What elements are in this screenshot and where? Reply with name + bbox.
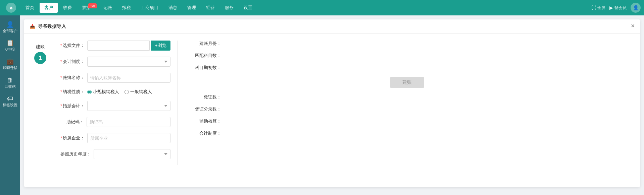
accountant-label: *指派会计： xyxy=(60,103,85,109)
build-month-label: 建账月份： xyxy=(194,41,221,47)
reference-year-row: 参照历史年度： xyxy=(60,149,170,159)
tax-type-small-radio[interactable] xyxy=(87,90,92,94)
dialog-header: 📥 导爷数据导入 × xyxy=(24,19,640,34)
tax-type-small-label: 小规模纳税人 xyxy=(93,89,119,95)
ledger-name-label: *账簿名称： xyxy=(60,75,85,81)
recycle-icon: 🗑 xyxy=(7,77,13,83)
required-star: * xyxy=(60,43,62,48)
step-circle: 1 xyxy=(34,52,46,64)
nav-badge-new: new xyxy=(88,3,97,8)
info-section: 建账月份： 匹配科目数： 科目期初数： 建账 xyxy=(184,41,630,165)
vip-icon: ▶ xyxy=(609,5,613,10)
sidebar-item-label-recycle: 回收站 xyxy=(5,84,16,89)
accounting-system-label: *会计制度： xyxy=(60,59,85,65)
fullscreen-icon: ⛶ xyxy=(591,5,596,10)
required-star-5: * xyxy=(60,103,62,108)
tax-type-general-option[interactable]: 一般纳税人 xyxy=(125,89,152,95)
required-star-3: * xyxy=(60,75,62,80)
ledger-name-row: *账簿名称： xyxy=(60,73,170,83)
sidebar-item-label-account-migration: 账套迁移 xyxy=(3,66,17,70)
tax-type-general-radio[interactable] xyxy=(125,90,129,94)
close-button[interactable]: × xyxy=(631,23,635,29)
logo-icon: ♣ xyxy=(6,3,16,13)
step-indicator: 建账 1 xyxy=(34,41,46,64)
step-label: 建账 xyxy=(36,44,45,50)
company-row: *所属企业： xyxy=(60,133,170,143)
required-star-2: * xyxy=(60,59,62,64)
voucher-count-row: 凭证数： xyxy=(194,94,630,100)
nav-item-settings[interactable]: 设置 xyxy=(239,3,257,13)
voucher-count-label: 凭证数： xyxy=(194,94,221,100)
sidebar-item-account-migration[interactable]: 💼 账套迁移 xyxy=(1,56,19,73)
accounting-system-select[interactable] xyxy=(87,57,170,67)
nav-item-invoice[interactable]: 票据 new xyxy=(77,3,98,13)
file-path-input[interactable] xyxy=(87,41,150,51)
declaration-icon: 📋 xyxy=(6,40,14,46)
company-input[interactable] xyxy=(87,133,170,143)
file-input-group: +浏览 xyxy=(87,41,170,51)
period-initial-label: 科目期初数： xyxy=(194,65,221,71)
memo-code-input[interactable] xyxy=(87,117,170,127)
tax-type-row: *纳税性质： 小规模纳税人 一般纳税人 xyxy=(60,89,170,95)
dialog-title: 导爷数据导入 xyxy=(38,23,66,29)
tag-settings-icon: 🏷 xyxy=(7,95,13,102)
nav-items-list: 首页 客户 收费 票据 new 记账 报税 工商项目 消息 管理 经营 服务 设… xyxy=(21,3,591,13)
accountant-select[interactable] xyxy=(87,101,170,111)
file-select-row: *选择文件： +浏览 xyxy=(60,41,170,51)
voucher-records-label: 凭证分录数： xyxy=(194,106,221,112)
file-select-label: *选择文件： xyxy=(60,43,85,49)
nav-item-business[interactable]: 工商项目 xyxy=(136,3,163,13)
nav-item-customer[interactable]: 客户 xyxy=(40,3,58,13)
nav-item-tax[interactable]: 报税 xyxy=(117,3,136,13)
sidebar-item-declaration[interactable]: 📋 0申报 xyxy=(1,37,19,54)
sidebar-item-label-declaration: 0申报 xyxy=(5,47,15,52)
all-customers-icon: 👤 xyxy=(6,21,14,27)
vip-button[interactable]: ▶ 畅会员 xyxy=(609,5,627,11)
nav-item-account[interactable]: 记账 xyxy=(99,3,117,13)
dialog-body: 建账 1 *选择文件： +浏览 xyxy=(24,34,640,172)
voucher-records-row: 凭证分录数： xyxy=(194,106,630,112)
fullscreen-button[interactable]: ⛶ 全屏 xyxy=(591,5,605,11)
reference-year-select[interactable] xyxy=(94,149,170,159)
build-button-container: 建账 xyxy=(194,77,630,88)
nav-item-home[interactable]: 首页 xyxy=(21,3,39,13)
content-area: 📥 导爷数据导入 × 建账 1 xyxy=(20,15,644,195)
fullscreen-label: 全屏 xyxy=(597,5,605,11)
auxiliary-accounting-label: 辅助核算： xyxy=(194,118,221,124)
nav-item-manage[interactable]: 管理 xyxy=(183,3,201,13)
accounting-system-right-label: 会计制度： xyxy=(194,130,221,136)
section-divider xyxy=(177,41,178,165)
form-section: *选择文件： +浏览 *会计制度： xyxy=(60,41,170,165)
tax-type-general-label: 一般纳税人 xyxy=(130,89,152,95)
accounting-system-row: *会计制度： xyxy=(60,57,170,67)
sidebar-item-tag-settings[interactable]: 🏷 标签设置 xyxy=(1,93,19,110)
sidebar-item-label-tag-settings: 标签设置 xyxy=(3,103,17,107)
app-logo[interactable]: ♣ xyxy=(3,0,19,15)
accounting-system-right-row: 会计制度： xyxy=(194,130,630,136)
sidebar-item-recycle[interactable]: 🗑 回收站 xyxy=(1,74,19,91)
build-month-row: 建账月份： xyxy=(194,41,630,47)
top-navigation: ♣ 首页 客户 收费 票据 new 记账 报税 工商项目 消息 管理 经营 服务… xyxy=(0,0,644,15)
nav-item-service[interactable]: 服务 xyxy=(220,3,238,13)
ledger-name-input[interactable] xyxy=(87,73,170,83)
memo-code-row: 助记码： xyxy=(60,117,170,127)
sidebar: 👤 全部客户 📋 0申报 💼 账套迁移 🗑 回收站 🏷 标签设置 xyxy=(0,15,20,195)
match-subjects-row: 匹配科目数： xyxy=(194,53,630,59)
sidebar-item-all-customers[interactable]: 👤 全部客户 xyxy=(1,19,19,36)
browse-button[interactable]: +浏览 xyxy=(151,41,170,51)
nav-item-message[interactable]: 消息 xyxy=(164,3,182,13)
auxiliary-accounting-row: 辅助核算： xyxy=(194,118,630,124)
tax-type-small-option[interactable]: 小规模纳税人 xyxy=(87,89,119,95)
accountant-row: *指派会计： xyxy=(60,101,170,111)
nav-item-operation[interactable]: 经营 xyxy=(201,3,219,13)
nav-item-billing[interactable]: 收费 xyxy=(58,3,77,13)
tax-type-label: *纳税性质： xyxy=(60,89,85,95)
match-subjects-label: 匹配科目数： xyxy=(194,53,221,59)
user-avatar[interactable]: 👤 xyxy=(631,3,641,13)
vip-label: 畅会员 xyxy=(614,5,627,11)
build-account-button[interactable]: 建账 xyxy=(390,77,424,88)
nav-right-actions: ⛶ 全屏 ▶ 畅会员 👤 xyxy=(591,3,641,13)
main-layout: 👤 全部客户 📋 0申报 💼 账套迁移 🗑 回收站 🏷 标签设置 📥 导爷数据导… xyxy=(0,15,644,195)
reference-year-label: 参照历史年度： xyxy=(60,151,91,157)
account-migration-icon: 💼 xyxy=(6,58,14,64)
